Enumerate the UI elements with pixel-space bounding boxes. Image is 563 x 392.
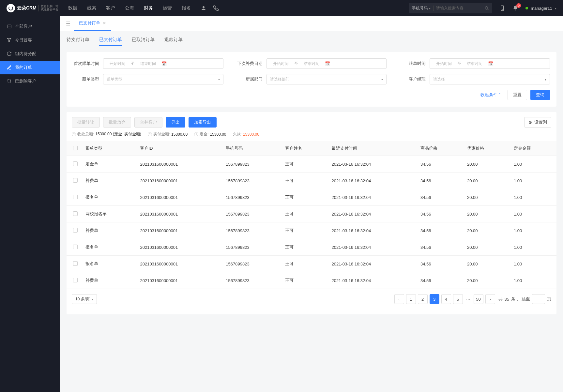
follow-type-select[interactable]: 跟单类型▾ bbox=[103, 74, 223, 84]
subtab-2[interactable]: 已取消订单 bbox=[132, 37, 155, 46]
subtab-3[interactable]: 退款订单 bbox=[164, 37, 183, 46]
search-input[interactable] bbox=[436, 6, 482, 10]
first-follow-start-input[interactable] bbox=[106, 61, 129, 66]
next-fee-range[interactable]: 至 📅 bbox=[266, 58, 387, 69]
logo-sub: 教育机构一站式服务云平台 bbox=[38, 5, 58, 11]
dept-select[interactable]: 请选择部门▾ bbox=[266, 74, 387, 84]
collapse-sidebar-icon[interactable]: ☰ bbox=[63, 21, 74, 27]
row-checkbox[interactable] bbox=[73, 245, 78, 249]
page-button[interactable]: 5 bbox=[453, 294, 463, 304]
table-row[interactable]: 报名单20210316000000011567899823王可2021-03-1… bbox=[67, 189, 556, 206]
info-icon: ? bbox=[194, 132, 198, 136]
bell-icon[interactable]: 5 bbox=[512, 5, 518, 11]
manager-select[interactable]: 请选择▾ bbox=[430, 74, 550, 84]
close-icon[interactable]: ✕ bbox=[103, 21, 106, 25]
reset-button[interactable]: 重置 bbox=[508, 90, 527, 100]
follow-time-end-input[interactable] bbox=[463, 61, 486, 66]
row-checkbox[interactable] bbox=[73, 178, 78, 183]
nav-item-0[interactable]: 数据 bbox=[68, 5, 77, 11]
encrypt-export-button[interactable]: 加密导出 bbox=[189, 117, 217, 128]
sidebar-item-label: 今日首客 bbox=[15, 37, 32, 43]
card-icon bbox=[7, 24, 12, 29]
collapse-filters-link[interactable]: 收起条件˄ bbox=[480, 92, 501, 98]
mobile-icon[interactable] bbox=[499, 5, 505, 11]
next-page-button[interactable]: › bbox=[485, 294, 495, 304]
tab-paid-orders[interactable]: 已支付订单 ✕ bbox=[74, 16, 111, 31]
table-cell: 1.00 bbox=[510, 189, 556, 206]
row-checkbox[interactable] bbox=[73, 278, 78, 282]
logo-brand: 云朵CRM bbox=[17, 5, 37, 11]
calendar-icon: 📅 bbox=[488, 61, 493, 66]
prev-page-button[interactable]: ‹ bbox=[394, 294, 404, 304]
nav-item-1[interactable]: 线索 bbox=[87, 5, 96, 11]
edit-icon bbox=[7, 65, 12, 70]
table-cell: 34.56 bbox=[417, 206, 463, 222]
sidebar-item-0[interactable]: 全部客户 bbox=[0, 20, 60, 33]
merge-button[interactable]: 合并客户 bbox=[134, 117, 162, 128]
sidebar-item-1[interactable]: 今日首客 bbox=[0, 33, 60, 47]
pagination: 10 条/页▾ ‹ 12345⋯50› 共 35 条， 跳至 页 bbox=[67, 289, 556, 309]
row-checkbox[interactable] bbox=[73, 161, 78, 166]
next-fee-end-input[interactable] bbox=[300, 61, 323, 66]
sidebar-item-3[interactable]: 我的订单 bbox=[0, 61, 60, 74]
follow-time-range[interactable]: 至 📅 bbox=[430, 58, 550, 69]
table-row[interactable]: 报名单20210316000000011567899823王可2021-03-1… bbox=[67, 256, 556, 272]
columns-button[interactable]: ⚙ 设置列 bbox=[524, 117, 551, 128]
trash-icon bbox=[7, 79, 12, 84]
page-button[interactable]: 3 bbox=[430, 294, 439, 304]
page-jump-input[interactable] bbox=[532, 294, 545, 304]
first-follow-range[interactable]: 至 📅 bbox=[103, 58, 223, 69]
nav-item-5[interactable]: 运营 bbox=[163, 5, 172, 11]
page-button[interactable]: 2 bbox=[418, 294, 428, 304]
subtab-1[interactable]: 已支付订单 bbox=[99, 37, 122, 46]
page-size-select[interactable]: 10 条/页▾ bbox=[72, 294, 97, 304]
query-button[interactable]: 查询 bbox=[530, 90, 550, 100]
user-menu[interactable]: manager11 ▾ bbox=[525, 6, 556, 11]
select-all-checkbox[interactable] bbox=[73, 146, 78, 150]
sidebar-item-label: 组内待分配 bbox=[15, 51, 36, 57]
tab-label: 已支付订单 bbox=[79, 20, 100, 26]
sidebar: 全部客户今日首客组内待分配我的订单已删除客户 bbox=[0, 16, 60, 392]
nav-item-4[interactable]: 财务 bbox=[144, 5, 153, 11]
search-type-select[interactable]: 手机号码▾ bbox=[412, 6, 434, 11]
bulk-abandon-button[interactable]: 批量放弃 bbox=[103, 117, 131, 128]
table-cell: 2021-03-16 16:32:04 bbox=[328, 156, 417, 173]
sidebar-item-2[interactable]: 组内待分配 bbox=[0, 47, 60, 61]
page-button[interactable]: 1 bbox=[406, 294, 416, 304]
user-icon[interactable] bbox=[201, 5, 206, 11]
filter-icon bbox=[7, 38, 12, 43]
table-cell: 2021031600000001 bbox=[136, 256, 222, 272]
summary-bar: ?收款总额: 15300.00 (定金+实付金额) ?实付金额: 15300.0… bbox=[67, 131, 556, 141]
filter-manager-label: 客户经理 bbox=[400, 76, 426, 82]
search-icon[interactable] bbox=[484, 6, 489, 10]
table-row[interactable]: 补费单20210316000000011567899823王可2021-03-1… bbox=[67, 272, 556, 289]
export-button[interactable]: 导出 bbox=[166, 117, 185, 128]
bulk-transfer-button[interactable]: 批量转让 bbox=[72, 117, 100, 128]
table-cell: 20.00 bbox=[463, 156, 510, 173]
table-row[interactable]: 补费单20210316000000011567899823王可2021-03-1… bbox=[67, 222, 556, 239]
table-cell: 34.56 bbox=[417, 222, 463, 239]
first-follow-end-input[interactable] bbox=[137, 61, 160, 66]
page-button[interactable]: 4 bbox=[441, 294, 451, 304]
phone-icon[interactable] bbox=[213, 5, 219, 11]
nav-item-6[interactable]: 报名 bbox=[182, 5, 191, 11]
table-row[interactable]: 网校报名单20210316000000011567899823王可2021-03… bbox=[67, 206, 556, 222]
page-button[interactable]: 50 bbox=[474, 294, 483, 304]
row-checkbox[interactable] bbox=[73, 195, 78, 199]
table-cell: 34.56 bbox=[417, 156, 463, 173]
next-fee-start-input[interactable] bbox=[269, 61, 292, 66]
row-checkbox[interactable] bbox=[73, 211, 78, 216]
table-row[interactable]: 补费单20210316000000011567899823王可2021-03-1… bbox=[67, 173, 556, 189]
nav-item-3[interactable]: 公海 bbox=[125, 5, 134, 11]
row-checkbox[interactable] bbox=[73, 228, 78, 233]
table-row[interactable]: 定金单20210316000000011567899823王可2021-03-1… bbox=[67, 156, 556, 173]
nav-item-2[interactable]: 客户 bbox=[106, 5, 115, 11]
table-row[interactable]: 报名单20210316000000011567899823王可2021-03-1… bbox=[67, 239, 556, 256]
table-cell: 34.56 bbox=[417, 256, 463, 272]
sidebar-item-4[interactable]: 已删除客户 bbox=[0, 74, 60, 88]
subtab-0[interactable]: 待支付订单 bbox=[67, 37, 89, 46]
logo[interactable]: 云朵CRM 教育机构一站式服务云平台 bbox=[7, 4, 58, 12]
global-search[interactable]: 手机号码▾ bbox=[409, 3, 492, 13]
follow-time-start-input[interactable] bbox=[433, 61, 455, 66]
row-checkbox[interactable] bbox=[73, 261, 78, 266]
